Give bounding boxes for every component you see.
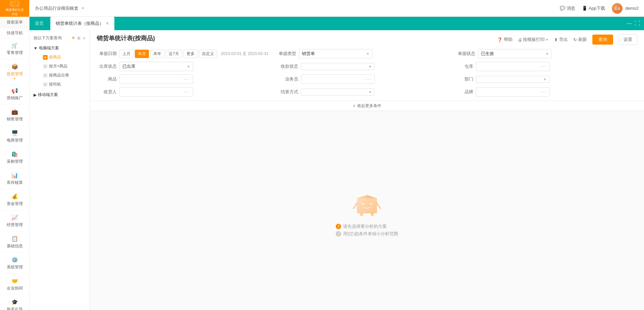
- enterprise-label: 企业协同: [7, 286, 23, 291]
- app-download-btn[interactable]: 📱 App下载: [582, 5, 605, 11]
- refresh-label: 刷新: [578, 37, 587, 43]
- product-dots-icon[interactable]: ···: [184, 76, 190, 82]
- collapse-panel-btn[interactable]: «: [83, 35, 86, 41]
- salesperson-dots-icon[interactable]: ···: [365, 76, 372, 82]
- warehouse-status-label: 出库状态: [97, 63, 119, 69]
- sidebar-item-newbie[interactable]: 🎓 新手引导: [0, 295, 29, 310]
- doc-status-arrow-icon: ▼: [545, 52, 549, 56]
- avatar: Ea: [612, 3, 623, 14]
- export-btn[interactable]: ⬆ 导出: [554, 37, 568, 43]
- by-cashier-label: 按司机: [49, 82, 61, 87]
- tree-child-by-category[interactable]: ≡ 按商品分类: [34, 71, 90, 80]
- tree-pc-parent[interactable]: ▼ 电脑端方案: [30, 44, 90, 53]
- help-btn[interactable]: ❓ 帮助: [497, 37, 513, 43]
- inventory-label: 库存核算: [7, 180, 23, 186]
- date-btn-more[interactable]: 更多: [183, 50, 198, 58]
- date-btn-7days[interactable]: 近7天: [166, 50, 182, 58]
- doc-type-label: 单据类型: [279, 51, 299, 57]
- sidebar-item-retail[interactable]: 🛒 零售管理: [0, 38, 29, 59]
- sidebar-item-wholesale[interactable]: 📦 批发管理 ▲: [0, 59, 29, 84]
- product-input[interactable]: ···: [119, 74, 193, 84]
- tab-maximize-icon[interactable]: ⛶: [635, 20, 640, 27]
- sidebar-quick-nav[interactable]: 快捷导航: [0, 28, 29, 38]
- add-scheme-btn[interactable]: +: [72, 35, 75, 41]
- export-icon: ⬆: [554, 37, 558, 42]
- tree-child-by-cashier[interactable]: ≡ 按司机: [34, 80, 90, 89]
- tab-home[interactable]: 首页: [30, 17, 49, 30]
- message-btn[interactable]: 💬 消息: [560, 5, 575, 11]
- template-print-arrow[interactable]: ▼: [545, 38, 549, 42]
- page-header-wrapper: 销货单统计表(按商品) ❓ 帮助 🖨 按模板打印 ▼ ⬆ 导出: [90, 30, 644, 45]
- dept-arrow-icon: ▼: [543, 78, 547, 81]
- enterprise-icon: 🤝: [11, 277, 18, 285]
- warehouse-dots-icon[interactable]: ···: [540, 63, 546, 69]
- date-btn-this-month[interactable]: 本月: [135, 50, 149, 58]
- doc-status-value: 已生效: [481, 51, 544, 57]
- sidebar-item-sales[interactable]: 💼 销售管理: [0, 105, 29, 126]
- sidebar-item-enterprise[interactable]: 🤝 企业协同: [0, 274, 29, 295]
- salesperson-input[interactable]: ···: [301, 74, 375, 84]
- sidebar-item-system[interactable]: ⚙️ 系统管理: [0, 253, 29, 274]
- main-area: 办公用品行业模拟账套 ▼ 💬 消息 📱 App下载 Ea demo2 首页: [30, 0, 644, 310]
- product-label: 商品: [97, 76, 119, 82]
- date-range-display: 2023-03-01 至 2023-03-31: [221, 51, 268, 57]
- sidebar-item-operation[interactable]: 📈 经营管理: [0, 210, 29, 231]
- tab-close-icon[interactable]: ✕: [106, 21, 109, 26]
- template-print-btn[interactable]: 🖨 按模板打印 ▼: [518, 37, 549, 43]
- tree-mobile-parent[interactable]: ▶ 移动端方案: [30, 90, 90, 99]
- inventory-icon: 📊: [11, 171, 18, 179]
- query-button[interactable]: 查询: [592, 35, 613, 45]
- doc-status-label: 单据状态: [458, 51, 478, 57]
- retail-icon: 🛒: [11, 42, 18, 49]
- sidebar-item-ecommerce[interactable]: 🖥️ 电商管理: [0, 126, 29, 147]
- marketing-label: 营销推广: [7, 95, 23, 101]
- template-print-label: 按模板打印: [523, 37, 545, 43]
- date-filter-control: 上月 本月 本年 近7天 更多 自定义 2023-03-01 至 2023-03…: [119, 50, 279, 58]
- brand-input[interactable]: ···: [476, 87, 550, 97]
- sidebar-item-basic[interactable]: 📋 基础信息: [0, 231, 29, 253]
- newbie-label: 新手引导: [7, 307, 23, 310]
- warehouse-input[interactable]: ···: [476, 62, 550, 71]
- retail-label: 零售管理: [7, 50, 23, 56]
- date-btn-last-month[interactable]: 上月: [119, 50, 133, 58]
- settlement-label: 结算方式: [281, 89, 301, 95]
- tab-report[interactable]: 销货单统计表（按商品） ✕: [50, 17, 114, 30]
- brand-dots-icon[interactable]: ···: [540, 89, 546, 95]
- sales-label: 销售管理: [7, 116, 23, 122]
- doc-status-select[interactable]: 已生效 ▼: [478, 49, 552, 58]
- warehouse-status-select[interactable]: 已出库 ▼: [119, 62, 193, 71]
- refresh-btn[interactable]: ↻ 刷新: [573, 37, 587, 43]
- sidebar-item-purchase[interactable]: 🛍️ 采购管理: [0, 147, 29, 168]
- date-btn-this-year[interactable]: 本年: [150, 50, 164, 58]
- sidebar-item-finance[interactable]: 💰 资金管理: [0, 189, 29, 210]
- date-label: 单据日期: [97, 51, 119, 57]
- sidebar-item-inventory[interactable]: 📊 库存核算: [0, 168, 29, 189]
- user-name: demo2: [625, 6, 639, 11]
- date-btn-custom[interactable]: 自定义: [199, 50, 217, 58]
- edit-scheme-btn[interactable]: ⊕: [77, 35, 81, 41]
- doc-type-select[interactable]: 销货单 ▼: [299, 49, 373, 58]
- tree-child-by-month-product[interactable]: ≡ 按月+商品: [34, 62, 90, 71]
- tree-child-by-product[interactable]: ● 按商品: [34, 53, 90, 62]
- collapse-bar[interactable]: ∧ 收起更多条件: [90, 101, 644, 111]
- receipt-status-select[interactable]: ▼: [301, 63, 375, 70]
- settlement-select[interactable]: ▼: [301, 89, 375, 96]
- recipient-dots-icon[interactable]: ···: [184, 89, 190, 95]
- tree-pc-label: 电脑端方案: [39, 45, 59, 51]
- user-menu[interactable]: Ea demo2: [612, 3, 639, 14]
- dept-select[interactable]: ▼: [476, 76, 550, 83]
- sidebar-search-label[interactable]: 搜索菜单: [0, 17, 29, 28]
- empty-state: 1 请先选择要分析的方案 2 用[过滤]条件来缩小分析范围: [90, 111, 644, 310]
- settings-button[interactable]: 设置: [619, 34, 637, 45]
- tab-minimize-icon[interactable]: —: [627, 20, 632, 27]
- sidebar-logo: 🧡 畅捷通好生意 标版: [0, 0, 29, 17]
- app-name: 畅捷通好生意: [6, 8, 24, 12]
- sidebar: 🧡 畅捷通好生意 标版 搜索菜单 快捷导航 🛒 零售管理 📦 批发管理 ▲ 📢 …: [0, 0, 30, 310]
- sidebar-item-marketing[interactable]: 📢 营销推广: [0, 84, 29, 105]
- by-product-label: 按商品: [49, 54, 61, 60]
- workspace-dropdown-icon[interactable]: ▼: [81, 6, 85, 10]
- empty-tip-1: 请先选择要分析的方案: [343, 223, 387, 229]
- filter-area: 单据日期 上月 本月 本年 近7天 更多 自定义 2023-03-01 至 20…: [90, 45, 644, 101]
- recipient-input[interactable]: ···: [119, 87, 193, 97]
- finance-label: 资金管理: [7, 201, 23, 207]
